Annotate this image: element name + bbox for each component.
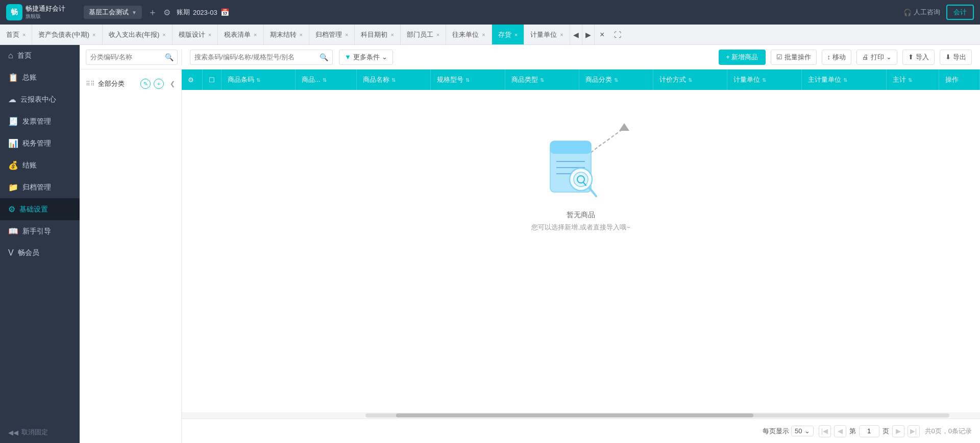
th-spec[interactable]: 规格型号 ⇅ bbox=[431, 69, 505, 90]
th-unit[interactable]: 计量单位 ⇅ bbox=[727, 69, 801, 90]
sidebar-item-home[interactable]: ⌂ 首页 bbox=[0, 45, 80, 66]
th-type[interactable]: 商品类型 ⇅ bbox=[505, 69, 579, 90]
import-button[interactable]: ⬆ 导入 bbox=[902, 50, 935, 65]
horizontal-scrollbar[interactable] bbox=[182, 412, 980, 418]
tab-close-icon[interactable]: × bbox=[162, 32, 165, 38]
tab-dept-staff[interactable]: 部门员工 × bbox=[401, 25, 446, 45]
tab-close-icon[interactable]: × bbox=[345, 32, 348, 38]
left-category-panel: ⠿⠿ 全部分类 ✎ + ❮ bbox=[80, 69, 182, 443]
tab-close-icon[interactable]: × bbox=[514, 32, 518, 38]
tab-close-icon[interactable]: × bbox=[22, 32, 26, 38]
tab-close-icon[interactable]: × bbox=[208, 32, 211, 38]
sidebar-item-settlement[interactable]: 💰 结账 bbox=[0, 154, 80, 176]
tab-close-icon[interactable]: × bbox=[560, 32, 563, 38]
move-button[interactable]: ↕ 移动 bbox=[822, 50, 852, 65]
sort-icon: ⇅ bbox=[465, 77, 470, 83]
pagination-bar: 每页显示 50 ⌄ |◀ ◀ 第 页 ▶ ▶| bbox=[182, 418, 980, 443]
tab-homepage[interactable]: 首页 × bbox=[0, 25, 32, 45]
unpin-button[interactable]: ◀◀ 取消固定 bbox=[0, 422, 80, 443]
th-barcode[interactable]: 商品条码 ⇅ bbox=[221, 69, 295, 90]
export-button[interactable]: ⬇ 导出 bbox=[940, 50, 972, 65]
home-icon: ⌂ bbox=[8, 51, 13, 60]
th-settings[interactable]: ⚙ bbox=[182, 69, 202, 90]
archive-icon: 📁 bbox=[8, 182, 18, 192]
export-icon: ⬇ bbox=[945, 53, 951, 61]
tab-archive[interactable]: 归档管理 × bbox=[309, 25, 355, 45]
add-product-button[interactable]: + 新增商品 bbox=[719, 50, 765, 65]
tab-balance-sheet[interactable]: 资产负债表(中期) × bbox=[32, 25, 102, 45]
tab-close-icon[interactable]: × bbox=[254, 32, 257, 38]
product-table: ⚙ ☐ 商品条码 ⇅ 商品... bbox=[182, 69, 980, 90]
invoice-icon: 🧾 bbox=[8, 116, 18, 126]
action-buttons: + 新增商品 ☑ 批量操作 ↕ 移动 🖨 打印 ⌄ bbox=[719, 50, 972, 65]
tab-close-icon[interactable]: × bbox=[390, 32, 394, 38]
ai-consult-label: 人工咨询 bbox=[914, 8, 940, 17]
add-tab-icon[interactable]: ＋ bbox=[148, 6, 157, 18]
tab-income-statement[interactable]: 收入支出表(年报) × bbox=[103, 25, 173, 45]
th-price-method[interactable]: 计价方式 ⇅ bbox=[653, 69, 727, 90]
sidebar-label-guide: 新手引导 bbox=[22, 227, 51, 236]
account-button[interactable]: 会计 bbox=[946, 5, 974, 20]
expand-icon[interactable]: ⛶ bbox=[610, 25, 625, 45]
calendar-icon[interactable]: 📅 bbox=[220, 8, 229, 16]
tab-tax-list[interactable]: 税表清单 × bbox=[218, 25, 263, 45]
th-main-num[interactable]: 主计 ⇅ bbox=[887, 69, 939, 90]
sidebar-item-invoice[interactable]: 🧾 发票管理 bbox=[0, 110, 80, 132]
th-checkbox[interactable]: ☐ bbox=[202, 69, 221, 90]
category-edit-button[interactable]: ✎ bbox=[140, 79, 151, 89]
th-code[interactable]: 商品... ⇅ bbox=[295, 69, 357, 90]
page-suffix: 页 bbox=[883, 427, 889, 436]
sidebar-item-guide[interactable]: 📖 新手引导 bbox=[0, 220, 80, 242]
sidebar-item-basic-settings[interactable]: ⚙ 基础设置 bbox=[0, 198, 80, 220]
company-selector[interactable]: 基层工会测试 ▼ bbox=[84, 6, 142, 19]
tab-prev-icon[interactable]: ◀ bbox=[570, 25, 582, 45]
ai-consult-button[interactable]: 🎧 人工咨询 bbox=[903, 8, 940, 17]
category-add-button[interactable]: + bbox=[154, 79, 164, 89]
sidebar-item-archive[interactable]: 📁 归档管理 bbox=[0, 176, 80, 198]
filter-icon: ▼ bbox=[345, 53, 351, 61]
page-number-input[interactable] bbox=[859, 425, 879, 437]
tab-inventory[interactable]: 存货 × bbox=[492, 25, 524, 45]
collapse-icon[interactable]: ❮ bbox=[170, 80, 175, 87]
tab-subject-init[interactable]: 科目期初 × bbox=[355, 25, 400, 45]
tab-period-transfer[interactable]: 期末结转 × bbox=[264, 25, 309, 45]
tab-close-icon[interactable]: × bbox=[300, 32, 303, 38]
move-label: 移动 bbox=[832, 53, 846, 62]
tab-close-icon[interactable]: × bbox=[436, 32, 439, 38]
last-page-button[interactable]: ▶| bbox=[908, 425, 920, 437]
more-filter-button[interactable]: ▼ 更多条件 ⌄ bbox=[339, 50, 393, 65]
close-all-tabs-icon[interactable]: × bbox=[595, 25, 610, 45]
category-search-icon[interactable]: 🔍 bbox=[165, 53, 174, 61]
settings-icon[interactable]: ⚙ bbox=[163, 8, 170, 17]
page-size-selector: 每页显示 50 ⌄ bbox=[763, 426, 813, 436]
tab-template-design[interactable]: 模版设计 × bbox=[173, 25, 218, 45]
tab-unit[interactable]: 计量单位 × bbox=[524, 25, 570, 45]
export-label: 导出 bbox=[953, 53, 966, 62]
prev-page-button[interactable]: ◀ bbox=[834, 425, 846, 437]
tab-close-icon[interactable]: × bbox=[482, 32, 485, 38]
sidebar-item-ledger[interactable]: 📋 总账 bbox=[0, 66, 80, 88]
th-name[interactable]: 商品名称 ⇅ bbox=[357, 69, 431, 90]
tab-close-icon[interactable]: × bbox=[92, 32, 95, 38]
category-all[interactable]: ⠿⠿ 全部分类 ✎ + ❮ bbox=[86, 76, 175, 92]
batch-operation-button[interactable]: ☑ 批量操作 bbox=[771, 50, 817, 65]
sidebar-item-cloud-report[interactable]: ☁ 云报表中心 bbox=[0, 88, 80, 110]
per-page-select[interactable]: 50 ⌄ bbox=[791, 426, 813, 436]
first-page-button[interactable]: |◀ bbox=[819, 425, 831, 437]
sidebar-item-member[interactable]: V 畅会员 bbox=[0, 242, 80, 264]
print-button[interactable]: 🖨 打印 ⌄ bbox=[856, 50, 897, 65]
tab-next-icon[interactable]: ▶ bbox=[582, 25, 595, 45]
product-search-icon[interactable]: 🔍 bbox=[320, 53, 328, 61]
page-navigation: |◀ ◀ 第 页 ▶ ▶| bbox=[819, 425, 920, 437]
product-search-input[interactable] bbox=[194, 53, 316, 61]
th-main-unit[interactable]: 主计量单位 ⇅ bbox=[801, 69, 886, 90]
empty-title: 暂无商品 bbox=[567, 211, 595, 220]
next-page-button[interactable]: ▶ bbox=[892, 425, 904, 437]
top-header: 畅 畅捷通好会计 旗舰版 基层工会测试 ▼ ＋ ⚙ 账期 2023-03 📅 🎧… bbox=[0, 0, 980, 25]
th-category[interactable]: 商品分类 ⇅ bbox=[579, 69, 653, 90]
sidebar-item-tax[interactable]: 📊 税务管理 bbox=[0, 132, 80, 154]
empty-subtitle: 您可以选择新增,或者直接导入哦~ bbox=[531, 223, 630, 232]
scrollbar-thumb[interactable] bbox=[396, 413, 753, 417]
category-search-input[interactable] bbox=[90, 53, 162, 61]
tab-partners[interactable]: 往来单位 × bbox=[446, 25, 492, 45]
